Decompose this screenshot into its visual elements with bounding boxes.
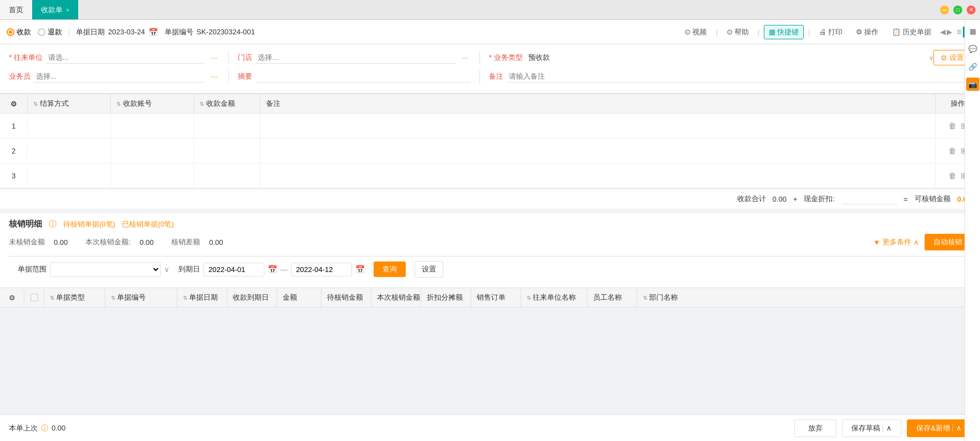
list-view-icon[interactable]: ≡ [957,27,962,37]
cell-amount-2[interactable] [194,139,261,163]
discount-input[interactable] [841,193,897,204]
delete-icon-3[interactable]: 🗑 [948,171,956,180]
save-new-button[interactable]: 保存&新增 ∧ [907,419,971,437]
cell-account-1[interactable] [111,114,194,138]
remark-label: 备注 [489,71,503,81]
cell-settle-1[interactable] [28,114,111,138]
summary-input[interactable] [256,70,471,83]
sort-company-icon[interactable]: ⇅ [527,295,531,301]
range-select[interactable] [50,262,161,277]
due-date-to-input[interactable] [291,263,352,276]
calendar-icon[interactable]: 📅 [149,28,158,37]
tab-home[interactable]: 首页 [0,0,32,19]
delete-icon-2[interactable]: 🗑 [948,146,956,155]
staff-more-button[interactable]: ··· [208,72,220,81]
sort-icon[interactable]: ⇅ [33,101,38,107]
store-label: 门店 [238,53,252,63]
select-all-checkbox[interactable] [30,294,38,301]
cell-note-3[interactable] [261,163,936,188]
cell-note-1[interactable] [261,114,936,138]
radio-receipt[interactable]: 收款 [7,27,31,37]
window-close-button[interactable]: ✕ [967,6,976,14]
sidebar-chat-icon[interactable]: 💬 [966,42,979,55]
cell-amount-1[interactable] [194,114,261,138]
tab-receipt[interactable]: 收款单 × [32,0,78,19]
cell-amount-3[interactable] [194,163,261,188]
cell-settle-2[interactable] [28,139,111,163]
sidebar-camera-icon[interactable]: 📷 [966,78,979,91]
next-arrow[interactable]: ▶ [947,28,952,36]
no-field: 单据编号 SK-20230324-001 [165,27,256,37]
sort-date-icon[interactable]: ⇅ [183,295,187,301]
history-button[interactable]: 📋 历史单据 [887,25,936,39]
save-draft-dropdown-icon[interactable]: ∧ [882,424,892,432]
plus-sign: + [793,195,798,203]
save-draft-button[interactable]: 保存草稿 ∧ [842,419,901,437]
video-button[interactable]: ⊙ 视频 [680,25,711,39]
help-icon: ⊙ [727,28,733,36]
store-field: 门店 ··· [238,52,471,64]
window-maximize-button[interactable]: □ [953,6,962,14]
due-date-from-input[interactable] [203,263,264,276]
verify-settings-button[interactable]: 设置 [415,261,443,278]
btcol-dept-header: ⇅ 部门名称 [637,288,980,307]
from-unit-more-button[interactable]: ··· [208,53,220,62]
store-more-button[interactable]: ··· [460,53,471,62]
window-minimize-button[interactable]: — [940,6,949,14]
delete-icon-1[interactable]: 🗑 [948,121,956,130]
sort-icon-amount[interactable]: ⇅ [200,101,204,107]
pending-tab[interactable]: 待核销单据(0笔) [63,219,115,229]
from-unit-input[interactable] [46,52,206,64]
footer-info-icon[interactable]: ⓘ [41,423,48,433]
more-conditions-button[interactable]: ▼ 更多条件 ∧ [873,237,919,247]
cell-note-2[interactable] [261,139,936,163]
calendar-from-icon[interactable]: 📅 [268,265,277,274]
btcol-gear-icon[interactable]: ⚙ [9,294,16,302]
diff-label: 核销差额 [171,237,200,247]
sidebar-link-icon[interactable]: 🔗 [966,60,979,73]
query-button[interactable]: 查询 [374,261,406,277]
staff-input[interactable] [34,70,205,83]
table-view-icon: ▦ [969,27,976,35]
verify-header: 核销明细 ⓘ 待核销单据(0笔) 已核销单据(0笔) [9,219,971,229]
tab-close-icon[interactable]: × [66,7,69,13]
due-date-field: 到期日 📅 — 📅 [178,263,365,276]
table-row: 1 🗑 ⊞ [0,114,980,139]
operation-button[interactable]: ⚙ 操作 [851,25,883,39]
table-gear-cell[interactable]: ⚙ [0,95,28,112]
receipt-tab-label: 收款单 [41,5,63,15]
receipt-type-radio-group: 收款 退款 [7,27,62,37]
business-type-dropdown-icon[interactable]: ∨ [929,54,933,61]
store-input[interactable] [256,52,456,64]
verify-info-icon[interactable]: ⓘ [49,219,57,229]
btcol-sales-header: 销售订单 [471,288,521,307]
save-new-dropdown-icon[interactable]: ∧ [952,424,962,432]
remark-input[interactable] [507,70,971,83]
due-date-label: 到期日 [178,264,200,274]
help-button[interactable]: ⊙ 帮助 [722,25,753,39]
cell-settle-3[interactable] [28,163,111,188]
sort-icon-account[interactable]: ⇅ [116,101,121,107]
cell-account-2[interactable] [111,139,194,163]
done-tab[interactable]: 已核销单据(0笔) [122,219,174,229]
total-value: 0.00 [773,195,787,203]
btcol-pending-header: 待核销金额 [321,288,371,307]
btcol-no-header: ⇅ 单据编号 [105,288,177,307]
total-label: 收款合计 [737,194,766,204]
btcol-gear[interactable]: ⚙ [0,289,24,306]
print-button[interactable]: 🖨 打印 [815,25,847,39]
shortcut-button[interactable]: ▦ 快捷键 [764,25,804,39]
abandon-button[interactable]: 放弃 [794,419,836,437]
table-gear-icon[interactable]: ⚙ [11,100,17,108]
prev-arrow[interactable]: ◀ [940,28,946,36]
calendar-to-icon[interactable]: 📅 [355,265,365,274]
this-time-value: 0.00 [140,238,154,247]
sort-type-icon[interactable]: ⇅ [50,295,54,301]
sidebar-table-icon[interactable]: ▦ [966,24,979,38]
radio-refund[interactable]: 退款 [38,27,62,37]
btcol-company-header: ⇅ 往来单位名称 [521,288,588,307]
sort-no-icon[interactable]: ⇅ [111,295,115,301]
cell-account-3[interactable] [111,163,194,188]
video-icon: ⊙ [685,28,691,36]
sort-dept-icon[interactable]: ⇅ [643,295,647,301]
